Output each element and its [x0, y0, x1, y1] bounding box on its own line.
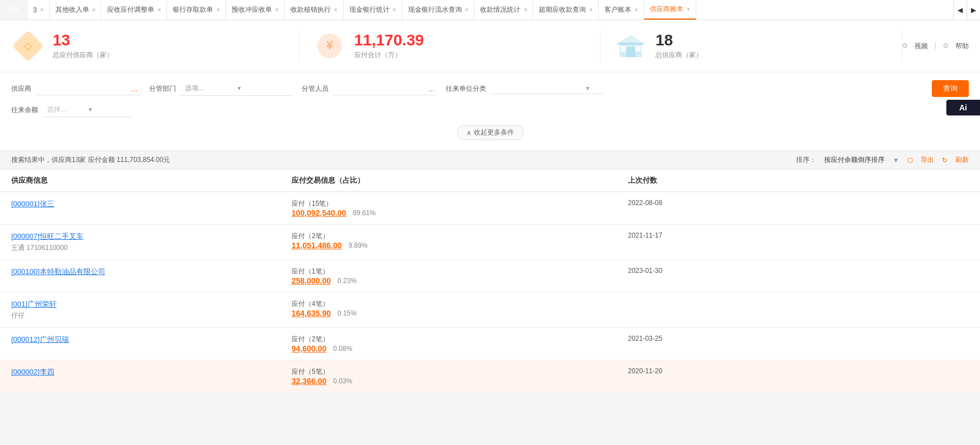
person-label: 分管人员 [302, 84, 329, 94]
nav-tab-adjustment[interactable]: 应收应付调整单 × [101, 0, 167, 20]
table-row: [000001]张三 应付（15笔） 100,092,540.00 89.61%… [0, 192, 980, 225]
tx-percent-1: 9.89% [349, 242, 368, 249]
supplier-link-4[interactable]: [000012]广州贝瑞 [11, 335, 292, 345]
card1-content: 13 总应付供应商（家） [53, 33, 113, 60]
export-button[interactable]: 导出 [921, 155, 934, 165]
lastpay-cell-4: 2021-03-25 [628, 335, 969, 342]
nav-tab-1[interactable]: 3 × [27, 0, 50, 20]
nav-home[interactable]: 首页 [0, 0, 27, 20]
close-icon-7[interactable]: × [393, 7, 396, 13]
lastpay-date-1: 2021-11-17 [628, 231, 662, 239]
close-icon-4[interactable]: × [216, 7, 220, 13]
lastpay-cell-2: 2023-01-30 [628, 267, 969, 275]
filter-person: 分管人员 ... [302, 82, 437, 95]
close-icon-9[interactable]: × [524, 7, 527, 13]
nav-next-arrow[interactable]: ▶ [967, 0, 980, 20]
nav-tab-cash-bank-stat[interactable]: 现金银行统计 × [344, 0, 403, 20]
person-dots-btn[interactable]: ... [426, 84, 437, 93]
filter-category: 往来单位分类 ▼ [446, 83, 603, 94]
card-icon-diamond: ◇ [11, 29, 45, 63]
nav-tab-cash-flow[interactable]: 现金银行流水查询 × [403, 0, 475, 20]
close-icon-3[interactable]: × [158, 7, 161, 13]
collapse-button[interactable]: ∧ 收起更多条件 [457, 125, 524, 140]
close-icon-6[interactable]: × [334, 7, 338, 13]
lastpay-date-5: 2020-11-20 [628, 367, 662, 375]
top-navigation: 首页 3 × 其他收入单 × 应收应付调整单 × 银行存取款单 × 预收冲应收单… [0, 0, 980, 20]
svg-text:¥: ¥ [326, 38, 334, 52]
tab-label-prepay: 预收冲应收单 [232, 5, 272, 15]
supplier-cell-1: [000007]恒旺二手叉车 王通 17106110000 [11, 231, 292, 253]
results-bar: 搜索结果中，供应商13家 应付金额 111,703,854.00元 排序： 按应… [0, 151, 980, 170]
filter-supplier: 供应商 ... [11, 82, 140, 95]
nav-tab-receipt-stat[interactable]: 收款情况统计 × [474, 0, 533, 20]
lastpay-date-2: 2023-01-30 [628, 267, 662, 275]
supplier-link-2[interactable]: [000100]本特勒油品有限公司 [11, 267, 292, 277]
card3-number: 18 [655, 33, 702, 48]
supplier-link-5[interactable]: [000002]李四 [11, 367, 292, 377]
dept-select[interactable]: 选项... ▼ [181, 81, 293, 96]
tx-amount-4[interactable]: 94,600.00 [292, 344, 326, 353]
supplier-cell-2: [000100]本特勒油品有限公司 [11, 267, 292, 277]
table-header: 供应商信息 应付交易信息（占比） 上次付数 [0, 170, 980, 192]
refresh-button[interactable]: 刷新 [955, 155, 969, 165]
nav-tab-prepay[interactable]: 预收冲应收单 × [226, 0, 285, 20]
search-button[interactable]: 查询 [932, 80, 969, 97]
filter-row-1: 供应商 ... 分管部门 选项... ▼ 分管人员 ... 往来单位分类 [11, 80, 969, 97]
supplier-dots-btn[interactable]: ... [129, 84, 140, 93]
tab-label-overdue: 超期应收款查询 [539, 5, 586, 15]
ai-button[interactable]: Ai [946, 100, 980, 115]
close-icon-8[interactable]: × [465, 7, 469, 13]
card-icon-payable: ¥ [313, 29, 346, 63]
nav-tab-overdue[interactable]: 超期应收款查询 × [533, 0, 599, 20]
transaction-cell-3: 应付（4笔） 164,635.90 0.15% [292, 299, 628, 318]
sort-arrow-icon[interactable]: ▼ [893, 156, 899, 164]
balance-label: 往来余额 [11, 105, 38, 115]
video-icon: ⊙ [902, 41, 908, 49]
tx-percent-2: 0.23% [338, 277, 357, 285]
svg-rect-7 [621, 46, 626, 52]
tx-amount-1[interactable]: 11,051,486.00 [292, 241, 342, 250]
svg-rect-6 [626, 47, 635, 57]
tx-amount-0[interactable]: 100,092,540.00 [292, 208, 346, 217]
dept-placeholder: 选项... [185, 84, 237, 93]
card-total-payable-amount: ¥ 11,170.39 应付合计（万） [299, 29, 601, 63]
nav-tab-receipt-verify[interactable]: 收款核销执行 × [285, 0, 344, 20]
results-right: 排序： 按应付余额倒序排序 ▼ ⬡ 导出 ↻ 刷新 [796, 155, 969, 165]
lastpay-date-0: 2022-08-08 [628, 199, 662, 207]
category-select[interactable]: ▼ [491, 83, 603, 94]
category-label: 往来单位分类 [446, 84, 486, 94]
tx-amount-3[interactable]: 164,635.90 [292, 309, 331, 318]
help-icon: ⊙ [943, 41, 949, 49]
nav-tab-other-income[interactable]: 其他收入单 × [50, 0, 102, 20]
tx-amount-2[interactable]: 258,000.00 [292, 276, 331, 285]
close-icon-10[interactable]: × [589, 7, 593, 13]
balance-select[interactable]: 选择... ▼ [43, 103, 132, 117]
nav-tab-supplier-ledger[interactable]: 供应商账本 × [644, 0, 696, 20]
close-icon-12[interactable]: × [687, 6, 690, 12]
supplier-input[interactable] [36, 82, 129, 95]
tab-label-customer-ledger: 客户账本 [604, 5, 631, 15]
nav-tab-bank-deposit[interactable]: 银行存取款单 × [167, 0, 226, 20]
supplier-link-0[interactable]: [000001]张三 [11, 199, 292, 209]
supplier-link-1[interactable]: [000007]恒旺二手叉车 [11, 231, 292, 242]
help-link[interactable]: 帮助 [955, 41, 969, 51]
close-icon-11[interactable]: × [635, 7, 638, 13]
nav-prev-arrow[interactable]: ◀ [953, 0, 967, 20]
card3-content: 18 总供应商（家） [655, 33, 702, 60]
lastpay-cell-5: 2020-11-20 [628, 367, 969, 375]
close-icon-2[interactable]: × [93, 7, 96, 13]
balance-arrow-icon: ▼ [87, 106, 128, 113]
nav-tab-customer-ledger[interactable]: 客户账本 × [599, 0, 644, 20]
sort-select[interactable]: 按应付余额倒序排序 [824, 155, 885, 165]
supplier-link-3[interactable]: [001]广州荣轩 [11, 299, 292, 309]
tab-label-receipt-verify: 收款核销执行 [290, 5, 331, 15]
video-link[interactable]: 视频 [914, 41, 928, 51]
person-input[interactable] [333, 82, 426, 95]
lastpay-cell-1: 2021-11-17 [628, 231, 969, 239]
tx-label-4: 应付（2笔） [292, 335, 628, 344]
tx-amount-5[interactable]: 32,366.00 [292, 377, 326, 386]
close-icon-5[interactable]: × [275, 7, 279, 13]
svg-marker-5 [617, 35, 644, 44]
close-icon-1[interactable]: × [40, 7, 44, 13]
supplier-sub-1: 王通 17106110000 [11, 243, 292, 253]
